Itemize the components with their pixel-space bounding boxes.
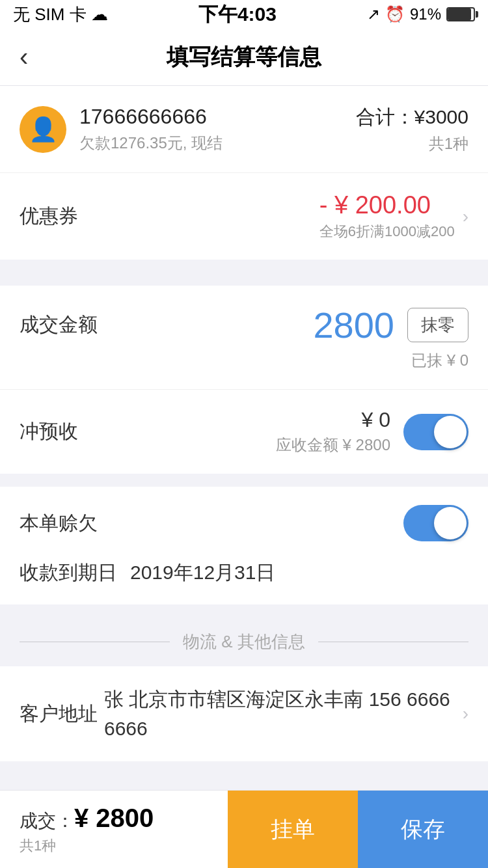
coupon-description: 全场6折满1000减200 xyxy=(319,222,455,241)
back-button[interactable]: ‹ xyxy=(20,42,59,72)
coupon-chevron-icon: › xyxy=(463,206,468,227)
precollect-amount: ¥ 0 xyxy=(276,408,390,432)
deal-amount: ¥ 2800 xyxy=(74,804,154,832)
logistics-label: 物流 & 其他信息 xyxy=(183,631,305,653)
coupon-right: - ¥ 200.00 全场6折满1000减200 › xyxy=(319,191,468,241)
precollect-sub: 应收金额 ¥ 2800 xyxy=(276,435,390,455)
precollect-amounts: ¥ 0 应收金额 ¥ 2800 xyxy=(276,408,390,455)
address-label: 客户地址 xyxy=(20,701,98,727)
location-icon: ↗ xyxy=(367,5,380,23)
coupon-row[interactable]: 优惠券 - ¥ 200.00 全场6折满1000减200 › xyxy=(0,172,488,260)
bottom-deal: 成交：¥ 2800 xyxy=(20,804,208,834)
battery-icon xyxy=(446,7,475,21)
separator-1 xyxy=(0,273,488,286)
precollect-label: 冲预收 xyxy=(20,418,78,445)
logistics-separator: 物流 & 其他信息 xyxy=(0,617,488,666)
status-right: ↗ ⏰ 91% xyxy=(367,5,475,23)
customer-debt: 欠款1276.35元, 现结 xyxy=(79,133,223,154)
customer-section: 👤 17666666666 欠款1276.35元, 现结 合计：¥3000 共1… xyxy=(0,86,488,260)
total-amount: 合计：¥3000 xyxy=(356,104,468,131)
deal-label: 成交： xyxy=(20,811,74,831)
amount-value: 2800 xyxy=(313,304,394,346)
logistics-line-right xyxy=(318,642,468,642)
precollect-section: 冲预收 ¥ 0 应收金额 ¥ 2800 xyxy=(0,389,488,474)
customer-info: 17666666666 欠款1276.35元, 现结 xyxy=(79,105,223,154)
duedate-row: 收款到期日 2019年12月31日 xyxy=(20,560,468,586)
amount-sub: 已抹 ¥ 0 xyxy=(20,350,468,371)
bottom-count: 共1种 xyxy=(20,836,208,856)
bottom-bar: 成交：¥ 2800 共1种 挂单 保存 xyxy=(0,790,488,868)
amount-section: 成交金额 2800 抹零 已抹 ¥ 0 xyxy=(0,286,488,389)
address-row: 客户地址 张 北京市市辖区海淀区永丰南 156 6666 6666 › xyxy=(20,685,468,743)
amount-label: 成交金额 xyxy=(20,312,98,338)
precollect-right: ¥ 0 应收金额 ¥ 2800 xyxy=(276,408,468,455)
sim-label: 无 SIM 卡 ☁ xyxy=(13,3,108,26)
duedate-value: 2019年12月31日 xyxy=(130,560,275,586)
precollect-toggle[interactable] xyxy=(403,414,468,450)
page-title: 填写结算等信息 xyxy=(59,42,429,72)
precollect-row: 冲预收 ¥ 0 应收金额 ¥ 2800 xyxy=(20,408,468,455)
customer-phone: 17666666666 xyxy=(79,105,223,129)
address-chevron-icon: › xyxy=(463,703,468,724)
debt-toggle-knob xyxy=(434,507,467,539)
debt-section: 本单赊欠 收款到期日 2019年12月31日 xyxy=(0,487,488,604)
total-count: 共1种 xyxy=(356,133,468,154)
duedate-label: 收款到期日 xyxy=(20,560,117,586)
debt-label: 本单赊欠 xyxy=(20,510,98,537)
round-zero-button[interactable]: 抹零 xyxy=(407,308,468,342)
save-button[interactable]: 保存 xyxy=(358,791,488,868)
toggle-knob xyxy=(434,416,467,448)
amount-right: 2800 抹零 xyxy=(313,304,468,346)
duedate-section: 收款到期日 2019年12月31日 xyxy=(20,541,468,586)
status-time: 下午4:03 xyxy=(198,1,277,28)
status-left: 无 SIM 卡 ☁ xyxy=(13,3,108,26)
bottom-summary: 成交：¥ 2800 共1种 xyxy=(0,791,228,868)
debt-row: 本单赊欠 xyxy=(20,505,468,541)
address-value: 张 北京市市辖区海淀区永丰南 156 6666 6666 xyxy=(104,685,463,743)
coupon-discount: - ¥ 200.00 xyxy=(319,191,455,219)
logistics-line-left xyxy=(20,642,170,642)
nav-bar: ‹ 填写结算等信息 xyxy=(0,29,488,86)
customer-row: 👤 17666666666 欠款1276.35元, 现结 合计：¥3000 共1… xyxy=(0,86,488,172)
customer-left: 👤 17666666666 欠款1276.35元, 现结 xyxy=(20,105,223,154)
battery-label: 91% xyxy=(410,5,441,23)
coupon-label: 优惠券 xyxy=(20,203,78,230)
amount-row: 成交金额 2800 抹零 xyxy=(20,304,468,346)
customer-right: 合计：¥3000 共1种 xyxy=(356,104,468,154)
avatar: 👤 xyxy=(20,106,66,153)
separator-2 xyxy=(0,474,488,487)
hold-button[interactable]: 挂单 xyxy=(228,791,358,868)
debt-toggle[interactable] xyxy=(403,505,468,541)
alarm-icon: ⏰ xyxy=(385,5,405,23)
address-section[interactable]: 客户地址 张 北京市市辖区海淀区永丰南 156 6666 6666 › xyxy=(0,666,488,761)
status-bar: 无 SIM 卡 ☁ 下午4:03 ↗ ⏰ 91% xyxy=(0,0,488,29)
coupon-info: - ¥ 200.00 全场6折满1000减200 xyxy=(319,191,455,241)
